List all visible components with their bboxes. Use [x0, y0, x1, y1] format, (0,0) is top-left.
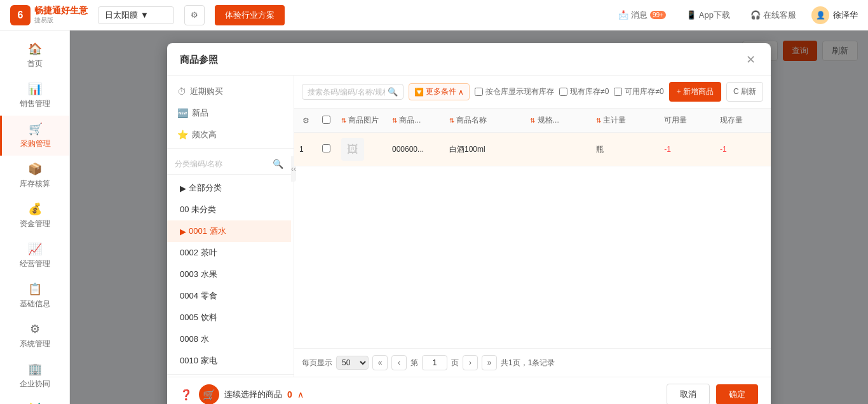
row-unit: 瓶	[591, 133, 659, 166]
add-product-button[interactable]: + 新增商品	[669, 82, 721, 102]
th-settings[interactable]: ⚙	[294, 109, 317, 133]
th-checkbox	[317, 109, 336, 133]
try-button[interactable]: 体验行业方案	[215, 5, 285, 25]
category-0008[interactable]: 0008 水	[167, 328, 291, 350]
product-search-input[interactable]	[308, 88, 385, 97]
sidebar-item-basic[interactable]: 📋 基础信息	[0, 276, 69, 316]
last-page-button[interactable]: »	[482, 355, 497, 370]
help-icon[interactable]: ❓	[180, 389, 193, 401]
category-label-0010: 0010 家电	[180, 355, 217, 367]
category-label-0004: 0004 零食	[180, 290, 217, 302]
th-product-code[interactable]: ⇅ 商品...	[387, 109, 444, 133]
th-product-image: ⇅ 商品图片	[336, 109, 387, 133]
online-service-label: 在线客服	[763, 10, 796, 21]
row-code: 000600...	[387, 133, 444, 166]
category-0005[interactable]: 0005 饮料	[167, 307, 291, 328]
th-img-sort: ⇅	[341, 117, 348, 124]
category-0001[interactable]: ▶ 0001 酒水	[167, 220, 291, 242]
cancel-button[interactable]: 取消	[667, 384, 710, 404]
category-0010[interactable]: 0010 家电	[167, 350, 291, 372]
avatar: 👤	[811, 6, 829, 24]
th-unit[interactable]: ⇅ 主计量	[591, 109, 659, 133]
available-stock-checkbox[interactable]	[614, 88, 622, 96]
sidebar-item-system[interactable]: ⚙ 系统管理	[0, 316, 69, 356]
cart-icon: 🛒	[199, 384, 219, 404]
app-sub: 捷易版	[34, 16, 88, 25]
category-all[interactable]: ▶ 全部分类	[167, 177, 291, 199]
category-arrow-all: ▶	[180, 184, 186, 193]
sidebar-item-purchase[interactable]: 🛒 采购管理	[0, 116, 69, 156]
operation-icon: 📈	[28, 242, 42, 256]
page-label: 第	[410, 358, 418, 368]
confirm-button[interactable]: 确定	[716, 384, 758, 404]
page-number-input[interactable]	[422, 355, 447, 370]
warehouse-stock-checkbox[interactable]	[475, 88, 483, 96]
category-arrow-0001: ▶	[180, 227, 186, 236]
sidebar-item-enterprise[interactable]: 🏢 企业协同	[0, 356, 69, 396]
current-stock-checkbox[interactable]	[559, 88, 567, 96]
tab-recent-purchase[interactable]: ⏱ 近期购买	[167, 81, 294, 102]
logo-area: 6 畅捷通好生意 捷易版	[10, 5, 88, 25]
online-service-button[interactable]: 🎧 在线客服	[745, 7, 801, 24]
category-0002[interactable]: 0002 茶叶	[167, 242, 291, 264]
th-product-name[interactable]: ⇅ 商品名称	[444, 109, 525, 133]
warehouse-stock-label: 按仓库显示现有库存	[485, 86, 554, 97]
sidebar-item-finance[interactable]: 💰 资金管理	[0, 196, 69, 236]
category-00[interactable]: 00 未分类	[167, 199, 291, 220]
category-0003[interactable]: 0003 水果	[167, 264, 291, 285]
gear-button[interactable]: ⚙	[184, 5, 205, 25]
product-search-bar: 🔍	[302, 84, 403, 100]
current-stock-label: 现有库存≠0	[570, 86, 609, 97]
cart-collapse-arrow[interactable]: ∧	[297, 389, 304, 400]
finance-icon: 💰	[28, 202, 42, 216]
total-info: 共1页，1条记录	[501, 358, 555, 368]
tab-frequent-label: 频次高	[192, 129, 217, 140]
category-label-00: 00 未分类	[180, 204, 216, 215]
message-label: 消息	[631, 10, 648, 21]
sales-icon: 📊	[28, 82, 42, 96]
filter-label: 更多条件	[426, 86, 456, 97]
left-panel: ⏱ 近期购买 🆕 新品 ⭐ 频次高	[167, 76, 294, 377]
product-search-icon[interactable]: 🔍	[388, 87, 398, 97]
sidebar-item-inventory[interactable]: 📦 库存核算	[0, 156, 69, 196]
user-area[interactable]: 👤 徐泽华	[811, 6, 858, 24]
row-image-cell: 🖼	[336, 133, 387, 166]
category-search-input[interactable]	[175, 159, 270, 168]
tab-frequent[interactable]: ⭐ 频次高	[167, 124, 294, 145]
row-checkbox[interactable]	[322, 144, 330, 152]
next-page-button[interactable]: ›	[463, 355, 478, 370]
main-layout: 🏠 首页 📊 销售管理 🛒 采购管理 📦 库存核算 💰 资金管理 📈 经营管理 …	[0, 30, 868, 404]
th-spec[interactable]: ⇅ 规格...	[525, 109, 591, 133]
per-page-select[interactable]: 50 20 100	[336, 356, 369, 370]
goods-reference-modal: 商品参照 ✕ ⏱ 近期购买 🆕	[167, 43, 771, 404]
prev-page-button[interactable]: ‹	[391, 355, 407, 370]
sidebar-item-sales[interactable]: 📊 销售管理	[0, 76, 69, 116]
headset-icon: 🎧	[750, 10, 761, 20]
store-name: 日太阳膜	[105, 10, 138, 21]
refresh-button[interactable]: C 刷新	[726, 82, 763, 102]
category-search-box: 🔍	[167, 154, 291, 175]
modal-close-button[interactable]: ✕	[743, 52, 758, 67]
enterprise-icon: 🏢	[28, 362, 42, 376]
toolbar-right-buttons: + 新增商品 C 刷新	[669, 82, 763, 102]
message-button[interactable]: 📩 消息 99+	[613, 7, 671, 24]
store-selector[interactable]: 日太阳膜 ▼	[98, 6, 174, 24]
logo-icon: 6	[10, 5, 31, 25]
row-available: -1	[659, 133, 715, 166]
app-download-button[interactable]: 📱 App下载	[681, 7, 735, 24]
sidebar-item-home[interactable]: 🏠 首页	[0, 36, 69, 76]
category-search-icon[interactable]: 🔍	[273, 159, 283, 169]
select-all-checkbox[interactable]	[322, 116, 330, 124]
category-label-all: 全部分类	[189, 182, 222, 194]
category-0004[interactable]: 0004 零食	[167, 285, 291, 307]
new-icon: 🆕	[177, 108, 188, 118]
sidebar-item-guide[interactable]: 🔰 新手引导	[0, 396, 69, 404]
row-spec	[525, 133, 591, 166]
per-page-label: 每页显示	[302, 358, 332, 368]
table-row[interactable]: 1 🖼 000600... 白酒100ml	[294, 133, 771, 166]
tab-new-products[interactable]: 🆕 新品	[167, 102, 294, 124]
first-page-button[interactable]: «	[372, 355, 388, 370]
more-filter-button[interactable]: 🔽 更多条件 ∧	[409, 83, 470, 100]
sidebar-item-operation[interactable]: 📈 经营管理	[0, 236, 69, 276]
top-nav-right: 📩 消息 99+ 📱 App下载 🎧 在线客服 👤 徐泽华	[613, 6, 858, 24]
